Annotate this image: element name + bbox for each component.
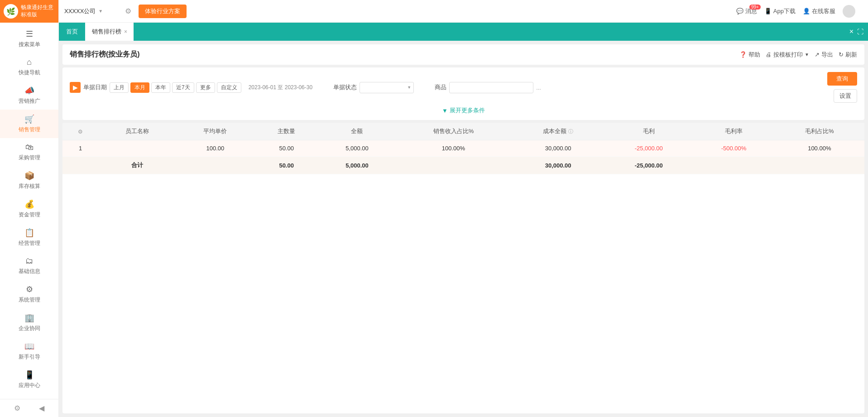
cell-gross-pct: 100.00% (775, 140, 864, 157)
date-range-btns: 上月 本月 本年 近7天 更多 自定义 (110, 82, 241, 93)
settings-btn[interactable]: 设置 (834, 89, 857, 103)
footer-label (62, 157, 98, 174)
table-area: ⚙ 员工名称 平均单价 主数量 全额 销售收入占比% 成本全额 ⓘ 毛利 毛利率 (62, 123, 864, 413)
th-amount: 全额 (319, 123, 395, 140)
operation-icon: 📋 (24, 228, 34, 238)
footer-amount: 5,000.00 (319, 157, 395, 174)
date-btn-this-month[interactable]: 本月 (130, 82, 149, 93)
message-btn[interactable]: 💬 消息 99+ (736, 7, 757, 15)
th-gross-pct: 毛利占比% (775, 123, 864, 140)
footer-avg-price (176, 157, 254, 174)
sidebar-item-search[interactable]: ☰ 搜索菜单 (0, 24, 58, 53)
date-btn-last-month[interactable]: 上月 (110, 82, 129, 93)
sidebar-item-sales[interactable]: 🛒 销售管理 (0, 110, 58, 138)
date-btn-7days[interactable]: 近7天 (172, 82, 194, 93)
date-btn-this-year[interactable]: 本年 (151, 82, 170, 93)
footer-gross-rate (693, 157, 774, 174)
tabbar: 首页 销售排行榜 × × ⛶ (59, 23, 868, 41)
close-window-icon[interactable]: × (849, 28, 854, 36)
footer-sales-pct (395, 157, 512, 174)
cell-cost: 30,000.00 (512, 140, 604, 157)
data-table: ⚙ 员工名称 平均单价 主数量 全额 销售收入占比% 成本全额 ⓘ 毛利 毛利率 (62, 123, 864, 174)
th-gross: 毛利 (604, 123, 693, 140)
date-btn-custom[interactable]: 自定义 (217, 82, 241, 93)
expand-window-icon[interactable]: ⛶ (857, 28, 863, 35)
export-btn[interactable]: ↗ 导出 (815, 51, 833, 59)
app-logo: 🌿 畅康通好生意 标准版 (0, 0, 58, 23)
sidebar-item-app-center[interactable]: 📱 应用中心 (0, 365, 58, 394)
sidebar-item-guide[interactable]: 📖 新手引导 (0, 337, 58, 365)
status-select[interactable] (360, 82, 414, 93)
sidebar-item-wechat[interactable]: 💬 企业微信 (0, 394, 58, 399)
app-download-btn[interactable]: 📱 App下载 (764, 7, 796, 15)
system-icon: ⚙ (26, 284, 33, 294)
sales-icon: 🛒 (24, 114, 34, 124)
th-rank: ⚙ (62, 123, 98, 140)
th-sales-pct: 销售收入占比% (395, 123, 512, 140)
page-title: 销售排行榜(按业务员) (70, 50, 140, 59)
sidebar-item-basic[interactable]: 🗂 基础信息 (0, 252, 58, 280)
table-footer-row: 合计 50.00 5,000.00 30,000.00 -25,000.00 (62, 157, 864, 174)
topbar-right: 💬 消息 99+ 📱 App下载 👤 在线客服 (736, 5, 863, 18)
cell-rank: 1 (62, 140, 98, 157)
refresh-btn[interactable]: ↻ 刷新 (839, 51, 857, 59)
th-gross-rate: 毛利率 (693, 123, 774, 140)
company-selector[interactable]: XXXXX公司 ▼ (64, 7, 119, 15)
filter-right-actions: 查询 设置 (827, 72, 857, 103)
sidebar-nav: ☰ 搜索菜单 ⌂ 快捷导航 📣 营销推广 🛒 销售管理 🛍 采购管理 📦 库存核… (0, 23, 58, 399)
finance-icon: 💰 (24, 199, 34, 209)
help-btn[interactable]: ❓ 帮助 (739, 51, 760, 59)
th-cost: 成本全额 ⓘ (512, 123, 604, 140)
content-area: 销售排行榜(按业务员) ❓ 帮助 🖨 按模板打印 ▼ ↗ 导出 ↻ 刷新 (59, 41, 868, 417)
company-dropdown-arrow: ▼ (98, 9, 103, 14)
company-name: XXXXX公司 (64, 7, 96, 15)
export-icon: ↗ (815, 51, 820, 58)
settings-icon[interactable]: ⚙ (78, 129, 83, 135)
collapse-sidebar-btn[interactable]: ◀ (39, 404, 44, 412)
print-btn[interactable]: 🖨 按模板打印 ▼ (766, 51, 809, 59)
basic-icon: 🗂 (25, 256, 34, 266)
filter-row-1: ▶ 单据日期 上月 本月 本年 近7天 更多 自定义 2023-06-01 至 … (70, 72, 857, 103)
expand-more-btn[interactable]: ▼ 展开更多条件 (442, 106, 485, 115)
online-service-btn[interactable]: 👤 在线客服 (803, 7, 835, 15)
purchase-icon: 🛍 (25, 143, 34, 152)
tab-home[interactable]: 首页 (59, 23, 85, 41)
sidebar-item-enterprise[interactable]: 🏢 企业协同 (0, 308, 58, 337)
logo-text: 畅康通好生意 标准版 (21, 4, 53, 18)
trial-btn[interactable]: 体验行业方案 (139, 5, 187, 18)
tabbar-actions: × ⛶ (845, 28, 868, 36)
status-filter: 单据状态 (333, 82, 414, 93)
date-btn-more[interactable]: 更多 (196, 82, 215, 93)
sidebar-item-marketing[interactable]: 📣 营销推广 (0, 81, 58, 110)
th-avg-price: 平均单价 (176, 123, 254, 140)
home-icon: ⌂ (27, 58, 32, 67)
sidebar-item-inventory[interactable]: 📦 库存核算 (0, 166, 58, 195)
tab-close-icon[interactable]: × (124, 29, 127, 35)
tab-label: 销售排行榜 (92, 28, 121, 36)
date-filter: ▶ 单据日期 上月 本月 本年 近7天 更多 自定义 (70, 82, 241, 93)
cost-info-icon[interactable]: ⓘ (568, 129, 573, 134)
query-btn[interactable]: 查询 (827, 72, 857, 86)
message-icon: 💬 (736, 8, 743, 14)
sidebar-item-quick-nav[interactable]: ⌂ 快捷导航 (0, 53, 58, 81)
more-filter-dots[interactable]: ... (536, 84, 541, 91)
search-menu-icon: ☰ (26, 29, 33, 39)
settings-footer-btn[interactable]: ⚙ (14, 404, 20, 412)
tab-sales-rank[interactable]: 销售排行榜 × (85, 23, 134, 41)
sidebar-item-finance[interactable]: 💰 资金管理 (0, 195, 58, 223)
enterprise-icon: 🏢 (24, 313, 34, 323)
sidebar: 🌿 畅康通好生意 标准版 ☰ 搜索菜单 ⌂ 快捷导航 📣 营销推广 🛒 销售管理… (0, 0, 59, 417)
sidebar-item-system[interactable]: ⚙ 系统管理 (0, 280, 58, 308)
cell-name (98, 140, 176, 157)
filter-expand-icon[interactable]: ▶ (70, 82, 81, 93)
app-icon: 📱 (764, 8, 772, 14)
goods-input[interactable] (449, 82, 533, 93)
sidebar-item-purchase[interactable]: 🛍 采购管理 (0, 138, 58, 166)
date-display-item: 2023-06-01 至 2023-06-30 (249, 84, 312, 91)
footer-qty: 50.00 (254, 157, 319, 174)
sidebar-item-operation[interactable]: 📋 经营管理 (0, 223, 58, 252)
topbar-gear-icon[interactable]: ⚙ (125, 7, 131, 15)
main-area: XXXXX公司 ▼ ⚙ 体验行业方案 💬 消息 99+ 📱 App下载 👤 在线… (59, 0, 868, 417)
user-avatar[interactable] (843, 5, 855, 18)
inventory-icon: 📦 (24, 171, 34, 181)
